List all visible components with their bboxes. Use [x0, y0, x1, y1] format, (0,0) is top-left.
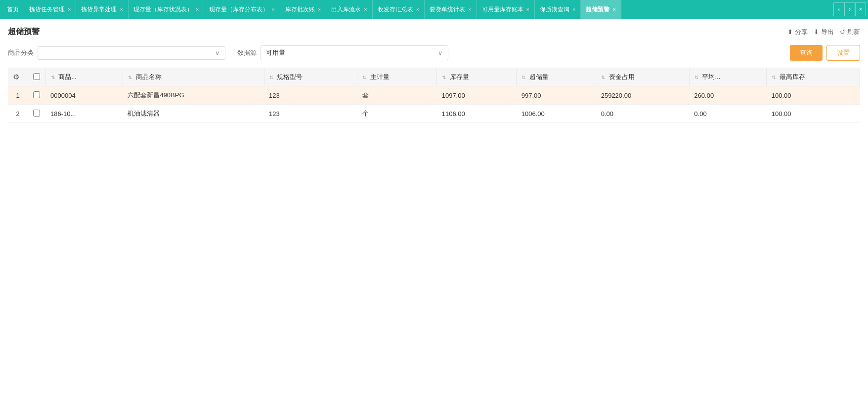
- datasource-filter: 数据源 可用量 ∨: [237, 45, 448, 60]
- datasource-select[interactable]: 可用量 ∨: [260, 45, 448, 60]
- tab-tanhuo-task[interactable]: 拣货任务管理 ×: [24, 0, 76, 19]
- cell-max-stock-2: 100.00: [767, 105, 860, 123]
- datasource-label: 数据源: [237, 48, 257, 57]
- col-product-name-header[interactable]: ⇅ 商品名称: [123, 68, 264, 86]
- col-max-stock-header[interactable]: ⇅ 最高库存: [767, 68, 860, 86]
- col-unit-header[interactable]: ⇅ 主计量: [357, 68, 437, 86]
- tab-stock-status[interactable]: 现存量（库存状况表） ×: [129, 0, 204, 19]
- select-all-checkbox[interactable]: [33, 73, 40, 80]
- sort-icon-max-stock: ⇅: [772, 75, 776, 80]
- col-capital-header[interactable]: ⇅ 资金占用: [596, 68, 690, 86]
- header-actions: ⬆ 分享 ⬇ 导出 ↺ 刷新: [787, 28, 860, 37]
- row-num-1: 1: [8, 86, 28, 105]
- sort-icon-product-code: ⇅: [51, 75, 55, 80]
- close-tab-order-stats[interactable]: ×: [468, 6, 471, 12]
- close-tab-in-out-flow[interactable]: ×: [364, 6, 367, 12]
- table-header-row: ⚙ ⇅ 商品... ⇅ 商品名称 ⇅ 规格型号 ⇅: [8, 68, 860, 86]
- row-select-2[interactable]: [33, 110, 40, 117]
- share-icon: ⬆: [787, 28, 793, 36]
- col-overstock-qty-header[interactable]: ⇅ 超储量: [517, 68, 596, 86]
- close-tab-recv-send[interactable]: ×: [416, 6, 419, 12]
- tab-quality-expire[interactable]: 保质期查询 ×: [535, 0, 581, 19]
- refresh-action[interactable]: ↺ 刷新: [840, 28, 860, 37]
- tab-stock-batch[interactable]: 库存批次账 ×: [280, 0, 326, 19]
- filter-row: 商品分类 ∨ 数据源 可用量 ∨ 查询 设置: [8, 45, 860, 61]
- category-filter: 商品分类 ∨: [8, 46, 225, 60]
- cell-capital-1: 259220.00: [596, 86, 690, 105]
- cell-unit-1: 套: [357, 86, 437, 105]
- top-navigation: 首页 拣货任务管理 × 拣货异常处理 × 现存量（库存状况表） × 现存量（库存…: [0, 0, 868, 19]
- close-tab-overstock-warning[interactable]: ×: [612, 6, 615, 12]
- table-settings-gear[interactable]: ⚙: [13, 73, 19, 81]
- sort-icon-spec: ⇅: [269, 75, 273, 80]
- sort-icon-overstock-qty: ⇅: [521, 75, 525, 80]
- row-num-2: 2: [8, 105, 28, 123]
- cell-spec-1: 123: [264, 86, 357, 105]
- tab-tanhuo-abnormal[interactable]: 拣货异常处理 ×: [76, 0, 128, 19]
- cell-stock-qty-2: 1106.00: [437, 105, 517, 123]
- category-label: 商品分类: [8, 48, 34, 57]
- close-tab-stock-status[interactable]: ×: [196, 6, 199, 12]
- tab-recv-send[interactable]: 收发存汇总表 ×: [373, 0, 425, 19]
- sort-icon-product-name: ⇅: [128, 75, 132, 80]
- table-row: 1 0000004 六配套新昌490BPG 123 套 1097.00 997.…: [8, 86, 860, 105]
- cell-stock-qty-1: 1097.00: [437, 86, 517, 105]
- nav-next-button[interactable]: ›: [844, 2, 855, 16]
- nav-close-button[interactable]: ×: [855, 2, 866, 16]
- refresh-icon: ↺: [840, 28, 845, 36]
- cell-product-code-2: 186-10...: [45, 105, 123, 123]
- cell-overstock-qty-2: 1006.00: [517, 105, 596, 123]
- cell-avg-price-2: 0.00: [689, 105, 766, 123]
- cell-product-name-2: 机油滤清器: [123, 105, 264, 123]
- page-title: 超储预警: [8, 27, 40, 37]
- row-checkbox-1: [28, 86, 45, 105]
- close-tab-tanhuo-abnormal[interactable]: ×: [120, 6, 123, 12]
- tab-in-out-flow[interactable]: 出入库流水 ×: [326, 0, 372, 19]
- row-select-1[interactable]: [33, 91, 40, 98]
- page-header: 超储预警 ⬆ 分享 ⬇ 导出 ↺ 刷新: [8, 27, 860, 37]
- cell-overstock-qty-1: 997.00: [517, 86, 596, 105]
- close-tab-tanhuo-task[interactable]: ×: [68, 6, 71, 12]
- datasource-value: 可用量: [266, 48, 285, 57]
- export-action[interactable]: ⬇ 导出: [814, 28, 834, 37]
- export-icon: ⬇: [814, 28, 819, 36]
- close-tab-stock-dist[interactable]: ×: [271, 6, 274, 12]
- tab-available-stock[interactable]: 可用量库存账本 ×: [477, 0, 535, 19]
- filter-buttons: 查询 设置: [790, 45, 860, 61]
- category-select[interactable]: ∨: [38, 46, 225, 60]
- col-avg-price-header[interactable]: ⇅ 平均...: [689, 68, 766, 86]
- col-stock-qty-header[interactable]: ⇅ 库存量: [437, 68, 517, 86]
- sort-icon-avg-price: ⇅: [694, 75, 698, 80]
- nav-arrows: ‹ › ×: [833, 2, 866, 16]
- close-tab-stock-batch[interactable]: ×: [318, 6, 321, 12]
- cell-spec-2: 123: [264, 105, 357, 123]
- tab-home[interactable]: 首页: [2, 0, 24, 19]
- sort-icon-stock-qty: ⇅: [442, 75, 446, 80]
- nav-prev-button[interactable]: ‹: [833, 2, 844, 16]
- share-action[interactable]: ⬆ 分享: [787, 28, 808, 37]
- data-table: ⚙ ⇅ 商品... ⇅ 商品名称 ⇅ 规格型号 ⇅: [8, 68, 860, 123]
- tab-order-stats[interactable]: 要货单统计表 ×: [425, 0, 477, 19]
- datasource-dropdown-icon: ∨: [438, 49, 443, 57]
- category-dropdown-icon: ∨: [215, 49, 220, 57]
- cell-unit-2: 个: [357, 105, 437, 123]
- col-checkbox-header: [28, 68, 45, 86]
- query-button[interactable]: 查询: [790, 45, 823, 61]
- col-spec-header[interactable]: ⇅ 规格型号: [264, 68, 357, 86]
- table-row: 2 186-10... 机油滤清器 123 个 1106.00 1006.00 …: [8, 105, 860, 123]
- cell-product-code-1: 0000004: [45, 86, 123, 105]
- close-tab-available-stock[interactable]: ×: [526, 6, 529, 12]
- sort-icon-capital: ⇅: [601, 75, 605, 80]
- sort-icon-unit: ⇅: [362, 75, 366, 80]
- settings-button[interactable]: 设置: [826, 45, 860, 61]
- col-product-code-header[interactable]: ⇅ 商品...: [45, 68, 123, 86]
- tab-overstock-warning[interactable]: 超储预警 ×: [581, 0, 621, 19]
- page-container: 超储预警 ⬆ 分享 ⬇ 导出 ↺ 刷新 商品分类 ∨ 数据源: [0, 19, 868, 395]
- tab-stock-dist[interactable]: 现存量（库存分布表） ×: [204, 0, 280, 19]
- close-tab-quality-expire[interactable]: ×: [572, 6, 575, 12]
- col-settings-header: ⚙: [8, 68, 28, 86]
- row-checkbox-2: [28, 105, 45, 123]
- cell-max-stock-1: 100.00: [767, 86, 860, 105]
- cell-product-name-1: 六配套新昌490BPG: [123, 86, 264, 105]
- cell-avg-price-1: 260.00: [689, 86, 766, 105]
